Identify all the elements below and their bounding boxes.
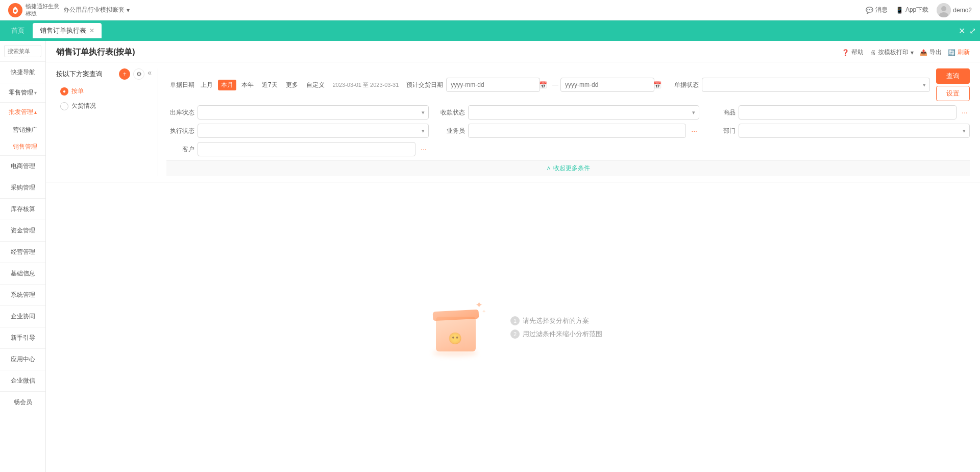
payment-status-select[interactable] <box>468 105 699 120</box>
sidebar-item-wholesale[interactable]: 批发管理 ▴ <box>0 103 45 122</box>
empty-content: ✦ ✦ 😶 1 请先选择要分析的方案 2 用过滤条件来缩小分析范围 <box>424 294 602 361</box>
breadcrumb[interactable]: 办公用品行业模拟账套 ▾ <box>63 6 130 14</box>
tip-num-1: 1 <box>510 316 520 325</box>
filter-row-3: 执行状态 业务员 ··· 部门 <box>166 124 970 138</box>
sidebar: 快捷导航 零售管理 ▾ 批发管理 ▴ 营销推广 销售管理 电商管理 采购管理 库… <box>0 41 46 472</box>
export-btn[interactable]: 📤 导出 <box>920 48 942 57</box>
sidebar-item-app-center[interactable]: 应用中心 <box>0 349 45 370</box>
customer-input[interactable] <box>198 142 415 156</box>
sidebar-item-operations[interactable]: 经营管理 <box>0 242 45 263</box>
customer-dots-btn[interactable]: ··· <box>419 145 429 153</box>
shortcut-current-month[interactable]: 本月 <box>218 80 236 90</box>
sidebar-item-enterprise[interactable]: 企业协同 <box>0 306 45 327</box>
shortcut-more[interactable]: 更多 <box>283 80 301 90</box>
sidebar-item-purchase[interactable]: 采购管理 <box>0 177 45 199</box>
breadcrumb-arrow: ▾ <box>127 7 130 14</box>
tip-num-2: 2 <box>510 329 520 339</box>
print-icon: 🖨 <box>870 49 876 56</box>
tab-expand-icon[interactable]: ⤢ <box>969 26 976 36</box>
app-download-btn[interactable]: 📱 App下载 <box>896 6 928 14</box>
calendar-to-icon: 📅 <box>653 81 662 89</box>
calendar-from-icon: 📅 <box>539 81 547 89</box>
filter-row-4: 客户 ··· <box>166 142 970 156</box>
sidebar-item-finance[interactable]: 资金管理 <box>0 220 45 242</box>
predicted-date-range: 📅 — 📅 <box>446 78 664 92</box>
svg-point-0 <box>14 9 17 12</box>
collapse-scheme-btn[interactable]: « <box>148 68 152 80</box>
predicted-date-from[interactable] <box>446 78 540 92</box>
tab-close-icon[interactable]: ✕ <box>89 27 94 34</box>
filter-row-2: 出库状态 收款状态 商品 ··· <box>166 105 970 120</box>
shortcut-custom[interactable]: 自定义 <box>303 80 328 90</box>
logo-icon <box>8 3 22 17</box>
field-outbound-status: 出库状态 <box>166 105 429 120</box>
sidebar-item-member[interactable]: 畅会员 <box>0 392 45 413</box>
page-actions: ❓ 帮助 🖨 按模板打印 ▾ 📤 导出 🔄 刷新 <box>842 48 970 57</box>
predicted-date-label: 预计交货日期 <box>405 81 443 89</box>
refresh-icon: 🔄 <box>948 49 955 56</box>
message-icon: 💬 <box>866 7 873 14</box>
help-btn[interactable]: ❓ 帮助 <box>842 48 864 57</box>
collapse-conditions-btn[interactable]: ∧ 收起更多条件 <box>166 160 970 176</box>
salesperson-dots-btn[interactable]: ··· <box>689 127 699 135</box>
sidebar-item-ecommerce[interactable]: 电商管理 <box>0 156 45 177</box>
logo-text: 畅捷通好生意 标版 <box>26 3 59 16</box>
sidebar-item-newbie[interactable]: 新手引导 <box>0 327 45 349</box>
top-header: 畅捷通好生意 标版 办公用品行业模拟账套 ▾ 💬 消息 📱 App下载 demo… <box>0 0 980 20</box>
predicted-date-to-wrap: 📅 <box>560 78 665 92</box>
sidebar-item-sales-mgmt[interactable]: 销售管理 <box>0 138 45 155</box>
sidebar-item-retail[interactable]: 零售管理 ▾ <box>0 83 45 102</box>
scheme-item-shortage[interactable]: 欠货情况 <box>56 99 152 113</box>
predicted-date-from-wrap: 📅 <box>446 78 550 92</box>
sidebar-item-wechat[interactable]: 企业微信 <box>0 370 45 392</box>
sidebar-item-basic-info[interactable]: 基础信息 <box>0 263 45 285</box>
shortcut-current-year[interactable]: 本年 <box>238 80 257 90</box>
add-scheme-btn[interactable]: + <box>119 68 130 80</box>
outbound-status-select[interactable] <box>198 105 429 120</box>
department-select[interactable] <box>739 124 970 138</box>
sidebar-search-input[interactable] <box>4 45 41 57</box>
app-download-icon: 📱 <box>896 7 903 14</box>
date-label: 单据日期 <box>166 81 194 89</box>
sidebar-item-marketing[interactable]: 营销推广 <box>0 122 45 138</box>
tab-sales-order[interactable]: 销售订单执行表 ✕ <box>33 23 102 38</box>
sidebar-item-quick-nav[interactable]: 快捷导航 <box>0 62 45 83</box>
product-dots-btn[interactable]: ··· <box>960 108 970 116</box>
settings-button[interactable]: 设置 <box>936 86 970 101</box>
tab-bar: 首页 销售订单执行表 ✕ ✕ ⤢ <box>0 20 980 41</box>
product-input[interactable] <box>739 105 957 120</box>
scheme-inactive-circle <box>60 102 68 110</box>
settings-scheme-btn[interactable]: ⚙ <box>133 68 144 80</box>
sidebar-item-inventory[interactable]: 库存核算 <box>0 199 45 220</box>
empty-tip-2: 2 用过滤条件来缩小分析范围 <box>510 329 602 339</box>
order-status-select[interactable] <box>702 78 930 92</box>
shortcut-last-month[interactable]: 上月 <box>198 80 216 90</box>
tab-home[interactable]: 首页 <box>4 23 32 38</box>
shortcut-last-7days[interactable]: 近7天 <box>259 80 281 90</box>
predicted-date-to[interactable] <box>560 78 654 92</box>
filter-area: 按以下方案查询 + ⚙ « ● 按单 欠货情况 <box>46 62 980 182</box>
export-icon: 📤 <box>920 49 927 56</box>
message-btn[interactable]: 💬 消息 <box>866 6 888 14</box>
field-payment-status: 收款状态 <box>437 105 699 120</box>
data-area: ✦ ✦ 😶 1 请先选择要分析的方案 2 用过滤条件来缩小分析范围 <box>46 182 980 472</box>
filter-scheme-panel: 按以下方案查询 + ⚙ « ● 按单 欠货情况 <box>56 68 158 176</box>
scheme-item-by-order[interactable]: ● 按单 <box>56 84 152 99</box>
user-menu[interactable]: demo2 <box>937 3 972 17</box>
salesperson-input[interactable] <box>468 124 686 138</box>
date-range-hint: 2023-03-01 至 2023-03-31 <box>333 81 399 89</box>
main-layout: 快捷导航 零售管理 ▾ 批发管理 ▴ 营销推广 销售管理 电商管理 采购管理 库… <box>0 41 980 472</box>
exec-status-select[interactable] <box>198 124 429 138</box>
order-status-label: 单据状态 <box>671 81 699 89</box>
sidebar-item-system[interactable]: 系统管理 <box>0 285 45 306</box>
field-product: 商品 ··· <box>707 105 970 120</box>
help-icon: ❓ <box>842 49 849 56</box>
query-button[interactable]: 查询 <box>936 68 970 84</box>
filter-scheme-header: 按以下方案查询 + ⚙ « <box>56 68 152 80</box>
empty-tips: 1 请先选择要分析的方案 2 用过滤条件来缩小分析范围 <box>510 316 602 339</box>
tab-close-all-icon[interactable]: ✕ <box>959 26 965 36</box>
sidebar-item-search[interactable] <box>0 41 45 62</box>
print-btn[interactable]: 🖨 按模板打印 ▾ <box>870 48 914 57</box>
tab-actions: ✕ ⤢ <box>959 26 976 36</box>
refresh-btn[interactable]: 🔄 刷新 <box>948 48 970 57</box>
